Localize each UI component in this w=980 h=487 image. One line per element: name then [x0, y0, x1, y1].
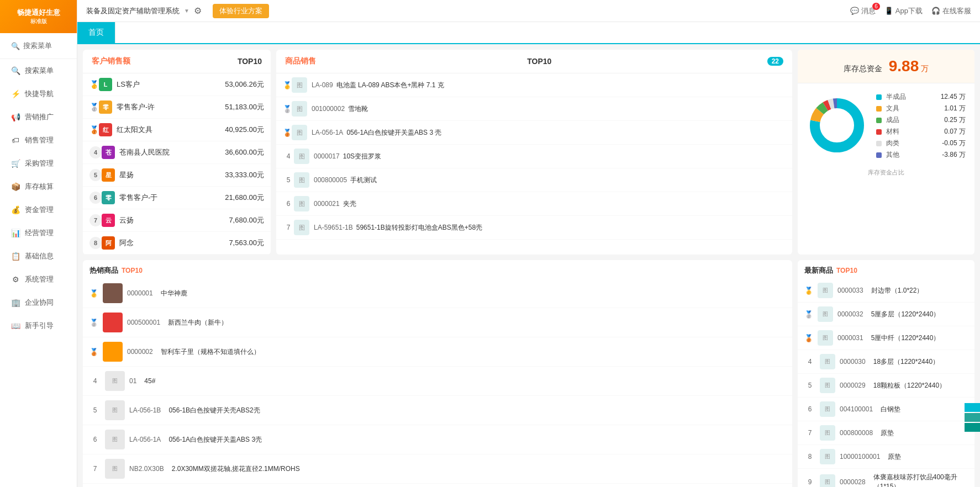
settings-icon[interactable]: ⚙ [194, 6, 202, 16]
legend-dot [876, 94, 882, 100]
nav-label-quick: 快捷导航 [25, 89, 54, 99]
sidebar-item-inventory[interactable]: 📦 库存核算 [0, 175, 77, 198]
rank-number: 5 [89, 406, 101, 414]
row-1: 客户销售额 TOP10 🥇 L LS客户 53,006.26元 🥈 零 零售客户… [83, 50, 974, 255]
legend-item: 半成品 12.45 万 [876, 92, 966, 102]
newest-product-img: 图 [820, 354, 835, 369]
app-download-btn[interactable]: 📱 App下载 [884, 6, 923, 16]
hot-product-item: 🥈 000500001 新西兰牛肉（新牛） [83, 308, 792, 337]
hot-product-desc: 新西兰牛肉（新牛） [168, 318, 786, 327]
nav-label-purchase: 采购管理 [25, 158, 54, 168]
nav-icon-system: ⚙ [10, 275, 20, 284]
sidebar-nav: 🔍 搜索菜单⚡ 快捷导航📢 营销推广🏷 销售管理🛒 采购管理📦 库存核算💰 资金… [0, 59, 77, 487]
row-2: 热销商品 TOP10 🥇 0000001 中华神鹿 🥈 000500001 新西… [83, 260, 974, 487]
hot-title: 热销商品 [89, 266, 118, 276]
customer-amount: 33,333.00元 [225, 170, 264, 180]
product-rank-item: 🥈 图 001000002 雪地靴 [276, 97, 792, 121]
product-code: LA-59651-1B [314, 224, 353, 231]
service-btn-2[interactable]: 直播 [965, 423, 980, 432]
newest-product-desc: 18多层（1220*2440） [873, 357, 968, 367]
rank-number: 5 [283, 176, 294, 184]
medal-icon: 🥉 [89, 125, 99, 134]
rank-number: 4 [89, 146, 102, 158]
app-download-label: App下载 [895, 6, 923, 16]
sidebar-item-enterprise[interactable]: 🏢 企业协同 [0, 291, 77, 314]
medal-icon: 🥉 [89, 348, 98, 356]
sidebar: 畅捷通好生意 标准版 🔍 搜索菜单 🔍 搜索菜单⚡ 快捷导航📢 营销推广🏷 销售… [0, 0, 77, 487]
hot-product-desc: 45# [144, 377, 786, 385]
hot-product-code: NB2.0X30B [129, 465, 164, 473]
online-service-btn[interactable]: 🎧 在线客服 [931, 6, 971, 16]
sidebar-item-search[interactable]: 🔍 搜索菜单 [0, 59, 77, 82]
newest-product-desc: 白钢垫 [881, 405, 968, 414]
product-code: 0000021 [314, 200, 340, 208]
service-btn-1[interactable]: 服务社区 [965, 413, 980, 422]
nav-label-enterprise: 企业协同 [25, 298, 54, 308]
legend-item: 文具 1.01 万 [876, 104, 966, 113]
newest-product-desc: 体褒嘉枝味苏打饮品400毫升（1*15） [873, 473, 968, 487]
tab-home[interactable]: 首页 [77, 22, 115, 43]
legend-name: 半成品 [886, 92, 936, 102]
customer-rank-list: 🥇 L LS客户 53,006.26元 🥈 零 零售客户-许 51,183.00… [83, 73, 271, 255]
legend-value: -3.86 万 [942, 150, 966, 160]
newest-product-img: 图 [820, 401, 835, 417]
nav-label-system: 系统管理 [25, 274, 54, 284]
sidebar-item-guide[interactable]: 📖 新手引导 [0, 314, 77, 337]
medal-icon: 🥇 [89, 289, 98, 298]
sidebar-item-ops[interactable]: 📊 经营管理 [0, 221, 77, 245]
sidebar-item-sales[interactable]: 🏷 销售管理 [0, 129, 77, 152]
legend-value: 12.45 万 [941, 92, 966, 102]
customer-rank-item: 🥈 零 零售客户-许 51,183.00元 [83, 96, 271, 119]
product-img-thumb [103, 283, 123, 303]
product-rank-panel: 商品销售 TOP10 22 🥇 图 LA-089 电池盖 LA-089 ABS本… [276, 50, 792, 255]
product-img-thumb [103, 313, 123, 332]
message-badge: 6 [872, 3, 880, 10]
newest-product-img: 图 [820, 378, 835, 393]
hot-product-desc: 2.0X30MM双搓花轴,搓花直径2.1MM/ROHS [172, 464, 786, 474]
customer-name: 零售客户-许 [117, 102, 225, 112]
newest-product-item: 🥉 图 0000031 5厘中纤（1220*2440） [798, 326, 974, 350]
sidebar-item-basic[interactable]: 📋 基础信息 [0, 245, 77, 268]
product-img: 图 [292, 125, 307, 140]
online-service-label: 在线客服 [942, 6, 971, 16]
sidebar-item-marketing[interactable]: 📢 营销推广 [0, 105, 77, 129]
newest-product-desc: 5厘中纤（1220*2440） [871, 334, 968, 343]
newest-product-item: 6 图 004100001 白钢垫 [798, 398, 974, 421]
message-btn[interactable]: 💬 消息 6 [850, 6, 876, 16]
search-menu-btn[interactable]: 🔍 搜索菜单 [7, 39, 70, 53]
hot-product-item: 6 图 LA-056-1A 056-1A白色按键开关盖ABS 3壳 [83, 425, 792, 454]
customer-avatar: 阿 [102, 236, 115, 250]
hot-product-desc: 056-1B白色按键开关壳ABS2壳 [168, 406, 786, 415]
hot-product-code: 01 [129, 377, 136, 385]
sidebar-item-finance[interactable]: 💰 资金管理 [0, 198, 77, 221]
hot-product-item: 4 图 01 45# [83, 367, 792, 396]
trial-button[interactable]: 体验行业方案 [213, 4, 269, 18]
sidebar-item-system[interactable]: ⚙ 系统管理 [0, 268, 77, 291]
nav-label-finance: 资金管理 [25, 205, 54, 215]
service-btn-0[interactable]: 客服热线 [965, 403, 980, 412]
customer-avatar: 零 [102, 191, 115, 204]
sidebar-item-quick[interactable]: ⚡ 快捷导航 [0, 82, 77, 105]
nav-label-sales: 销售管理 [25, 135, 54, 145]
rank-number: 6 [89, 436, 101, 443]
legend-wrap: 半成品 12.45 万 文具 1.01 万 成品 0.25 万 材料 0.07 … [876, 92, 966, 160]
newest-product-item: 5 图 0000029 18颗粒板（1220*2440） [798, 374, 974, 398]
newest-product-img: 图 [820, 425, 835, 441]
product-rank-item: 🥇 图 LA-089 电池盖 LA-089 ABS本色+黑种 7.1 克 [276, 73, 792, 97]
medal-icon: 🥈 [89, 319, 98, 327]
nav-icon-finance: 💰 [10, 205, 20, 214]
customer-name: 红太阳文具 [117, 125, 225, 135]
hot-product-item: 🥇 0000001 中华神鹿 [83, 279, 792, 308]
sidebar-item-purchase[interactable]: 🛒 采购管理 [0, 152, 77, 175]
newest-product-item: 9 图 0000028 体褒嘉枝味苏打饮品400毫升（1*15） [798, 469, 974, 487]
dropdown-arrow-icon[interactable]: ▼ [184, 8, 189, 14]
newest-title: 最新商品 [804, 266, 833, 276]
system-title-text: 装备及固定资产辅助管理系统 [86, 6, 180, 16]
product-desc: 电池盖 LA-089 ABS本色+黑种 7.1 克 [336, 81, 786, 90]
header-actions: 💬 消息 6 📱 App下载 🎧 在线客服 [850, 6, 971, 16]
customer-amount: 40,925.00元 [225, 125, 264, 135]
product-rank-title: 商品销售 [285, 56, 316, 66]
hot-product-code: 0000002 [127, 348, 153, 356]
main-content: 客户销售额 TOP10 🥇 L LS客户 53,006.26元 🥈 零 零售客户… [77, 44, 980, 487]
search-label: 搜索菜单 [23, 41, 52, 51]
